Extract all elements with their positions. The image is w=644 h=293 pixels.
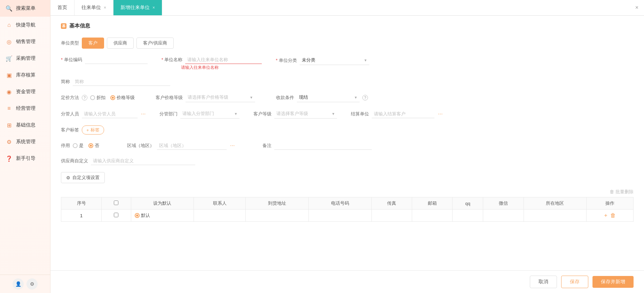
radio-yes[interactable]: 是 bbox=[73, 143, 84, 149]
pricing-method-label: 定价方法 bbox=[61, 95, 79, 101]
unit-name-field: 单位名称 bbox=[162, 56, 262, 64]
col-checkbox bbox=[102, 197, 131, 210]
select-all-checkbox[interactable] bbox=[114, 201, 118, 205]
unit-code-input[interactable]: 000009 bbox=[85, 56, 148, 64]
default-radio-item[interactable]: 默认 bbox=[135, 212, 150, 219]
unit-category-field: 单位分类 未分类 ▼ bbox=[276, 56, 369, 65]
global-close-icon[interactable]: × bbox=[635, 5, 638, 11]
unit-type-group: 客户 供应商 客户/供应商 bbox=[82, 38, 174, 49]
manager-more-icon[interactable]: ··· bbox=[141, 111, 146, 117]
unit-name-input[interactable] bbox=[185, 56, 262, 64]
supplier-custom-field: 供应商自定义 bbox=[61, 157, 195, 165]
tab-partner[interactable]: 往来单位 × bbox=[74, 0, 113, 15]
btn-customer[interactable]: 客户 bbox=[82, 38, 104, 49]
tab-add-partner[interactable]: 新增往来单位 × bbox=[113, 0, 162, 15]
customer-tag-row: 客户标签 + 标签 bbox=[61, 125, 634, 135]
short-name-label: 简称 bbox=[61, 79, 70, 85]
sidebar-item-inventory[interactable]: ▣ 库存核算 bbox=[0, 67, 50, 83]
sidebar-item-quick-nav[interactable]: ⌂ 快捷导航 bbox=[0, 17, 50, 33]
sidebar-label-inventory: 库存核算 bbox=[16, 72, 36, 78]
chevron-level-icon: ▼ bbox=[331, 112, 335, 116]
customer-price-level-select[interactable]: 请选择客户价格等级 ▼ bbox=[186, 93, 255, 102]
row-checkbox[interactable] bbox=[114, 213, 118, 217]
customer-tag-label: 客户标签 bbox=[61, 127, 79, 133]
dept-select[interactable]: 请输入分管部门 ▼ bbox=[180, 109, 239, 119]
newbie-icon: ❓ bbox=[6, 155, 13, 162]
pricing-help-icon[interactable]: ? bbox=[82, 95, 87, 100]
btn-both[interactable]: 客户/供应商 bbox=[136, 38, 174, 49]
tab-partner-close[interactable]: × bbox=[104, 6, 106, 10]
col-contact: 联系人 bbox=[194, 197, 246, 210]
sidebar-settings-icon[interactable]: ⚙ bbox=[26, 278, 38, 290]
radio-discount[interactable]: 折扣 bbox=[90, 95, 105, 101]
sidebar-search-label: 搜索菜单 bbox=[16, 5, 36, 11]
add-row-icon[interactable]: + bbox=[604, 212, 607, 219]
radio-no-circle bbox=[88, 143, 93, 148]
supplier-custom-label: 供应商自定义 bbox=[61, 158, 88, 164]
cell-email bbox=[412, 210, 452, 222]
tab-add-partner-close[interactable]: × bbox=[152, 6, 155, 10]
tag-add-label: 标签 bbox=[91, 127, 100, 133]
sidebar-label-sales: 销售管理 bbox=[16, 39, 36, 45]
save-new-button[interactable]: 保存并新增 bbox=[592, 276, 634, 288]
sidebar-item-purchase[interactable]: 🛒 采购管理 bbox=[0, 50, 50, 67]
sidebar-label-basic: 基础信息 bbox=[16, 122, 36, 128]
unit-name-label: 单位名称 bbox=[162, 57, 183, 63]
sidebar-item-basic[interactable]: ⊞ 基础信息 bbox=[0, 117, 50, 133]
bottom-action-bar: 取消 保存 保存并新增 bbox=[50, 270, 644, 293]
customer-level-label: 客户等级 bbox=[253, 111, 272, 117]
cancel-button[interactable]: 取消 bbox=[530, 276, 557, 288]
col-address: 到货地址 bbox=[245, 197, 308, 210]
sidebar-item-operations[interactable]: ≡ 经营管理 bbox=[0, 100, 50, 117]
sidebar-user-icon[interactable]: 👤 bbox=[13, 278, 24, 290]
code-name-category-row: 单位编码 000009 单位名称 请输入往来单位名称 单位分类 未分类 ▼ bbox=[61, 56, 634, 71]
col-phone: 电话号码 bbox=[308, 197, 371, 210]
short-name-input[interactable] bbox=[73, 78, 170, 86]
batch-delete-label[interactable]: 批量删除 bbox=[615, 189, 634, 194]
tab-home-label: 首页 bbox=[57, 5, 67, 11]
sidebar-item-finance[interactable]: ◉ 资金管理 bbox=[0, 83, 50, 100]
unit-category-select[interactable]: 未分类 ▼ bbox=[300, 56, 369, 65]
delete-row-icon[interactable]: 🗑 bbox=[610, 212, 616, 219]
customer-level-field: 客户等级 请选择客户等级 ▼ bbox=[253, 109, 337, 119]
radio-price-level[interactable]: 价格等级 bbox=[110, 95, 135, 101]
region-more-icon[interactable]: ··· bbox=[230, 143, 235, 149]
cell-default: 默认 bbox=[131, 210, 194, 222]
custom-settings-button[interactable]: ⚙ 自定义项设置 bbox=[61, 172, 105, 183]
sidebar-item-system[interactable]: ⚙ 系统管理 bbox=[0, 133, 50, 150]
unit-type-row: 单位类型 客户 供应商 客户/供应商 bbox=[61, 38, 634, 49]
tag-add-button[interactable]: + 标签 bbox=[82, 125, 104, 135]
search-icon: 🔍 bbox=[6, 5, 13, 12]
custom-settings-label: 自定义项设置 bbox=[72, 174, 100, 181]
default-radio-circle bbox=[135, 213, 140, 218]
inventory-icon: ▣ bbox=[6, 72, 13, 79]
sidebar-item-newbie[interactable]: ❓ 新手引导 bbox=[0, 150, 50, 167]
sidebar-item-sales[interactable]: ◎ 销售管理 bbox=[0, 33, 50, 50]
sidebar-label-system: 系统管理 bbox=[16, 139, 36, 145]
settlement-more-icon[interactable]: ··· bbox=[438, 111, 442, 117]
remark-input[interactable] bbox=[274, 141, 372, 150]
btn-supplier[interactable]: 供应商 bbox=[107, 38, 134, 49]
payment-help-icon[interactable]: ? bbox=[362, 95, 368, 100]
customer-level-placeholder: 请选择客户等级 bbox=[276, 111, 308, 117]
settlement-input[interactable] bbox=[372, 110, 434, 118]
settlement-label: 结算单位 bbox=[351, 111, 369, 117]
save-button[interactable]: 保存 bbox=[561, 276, 588, 288]
radio-discount-label: 折扣 bbox=[96, 95, 105, 101]
supplier-custom-input[interactable] bbox=[91, 157, 195, 165]
sidebar: 🔍 搜索菜单 ⌂ 快捷导航 ◎ 销售管理 🛒 采购管理 ▣ 库存核算 ◉ 资金管… bbox=[0, 0, 50, 293]
manager-input[interactable] bbox=[82, 110, 138, 118]
sidebar-search[interactable]: 🔍 搜索菜单 bbox=[0, 0, 50, 17]
chevron-down-icon: ▼ bbox=[364, 58, 367, 62]
customer-level-select[interactable]: 请选择客户等级 ▼ bbox=[274, 109, 337, 119]
payment-terms-select[interactable]: 现结 ▼ bbox=[297, 93, 360, 102]
manager-field: 分管人员 ··· bbox=[61, 110, 146, 118]
pricing-row: 定价方法 ? 折扣 价格等级 客户价格等级 请选择客户价格等级 bbox=[61, 93, 634, 102]
radio-no[interactable]: 否 bbox=[88, 143, 99, 149]
sales-icon: ◎ bbox=[6, 38, 13, 45]
region-input[interactable] bbox=[157, 141, 227, 150]
cell-checkbox bbox=[102, 210, 131, 222]
chevron-payment-icon: ▼ bbox=[354, 96, 358, 99]
pricing-method-field: 定价方法 ? 折扣 价格等级 bbox=[61, 95, 135, 101]
tab-home[interactable]: 首页 bbox=[50, 0, 74, 15]
